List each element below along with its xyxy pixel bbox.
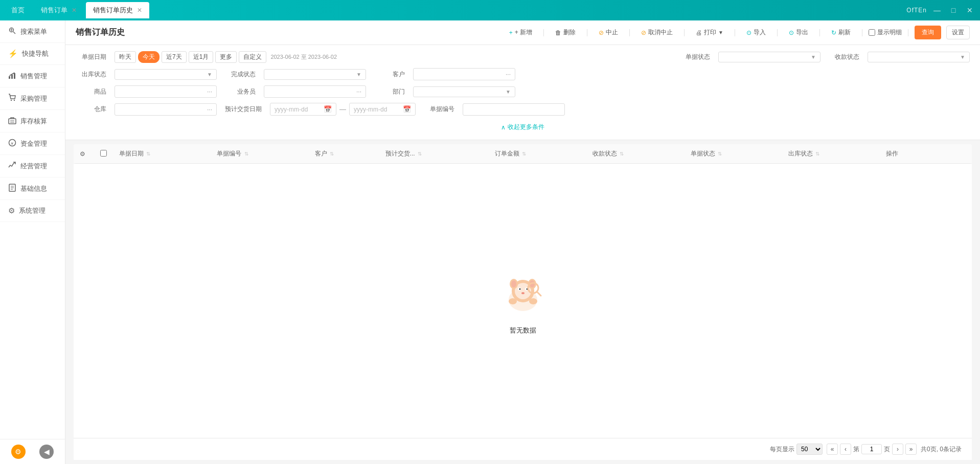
voucher-status-arrow-icon: ▼ — [811, 54, 816, 60]
sidebar-item-finance[interactable]: ¥ 资金管理 — [0, 132, 65, 155]
settings-btn[interactable]: 设置 — [946, 26, 970, 39]
date-btn-yesterday[interactable]: 昨天 — [115, 51, 136, 63]
sidebar-item-purchase-mgmt[interactable]: 采购管理 — [0, 87, 65, 110]
tab-sales-order-history[interactable]: 销售订单历史 ✕ — [86, 2, 149, 18]
collapse-btn[interactable]: ∧ 收起更多条件 — [501, 121, 544, 134]
sidebar-item-sys-mgmt[interactable]: ⚙ 系统管理 — [0, 200, 65, 222]
tab-sales-order[interactable]: 销售订单 ✕ — [34, 2, 84, 18]
next-page-btn[interactable]: › — [892, 444, 903, 455]
page-header: 销售订单历史 + + 新增 🗑 删除 ⊘ 中止 ⊘ — [65, 20, 980, 45]
svg-point-27 — [519, 289, 520, 290]
voucher-date-label: 单据日期 — [76, 53, 106, 61]
collapse-sidebar-btn[interactable]: ◀ — [39, 445, 54, 459]
tab-home[interactable]: 首页 — [4, 2, 32, 18]
total-records-text: 共0页, 0条记录 — [921, 445, 962, 454]
prev-page-btn[interactable]: ‹ — [840, 444, 851, 455]
sidebar-item-inventory-label: 库存核算 — [20, 117, 47, 126]
dept-label: 部门 — [374, 87, 405, 96]
maximize-btn[interactable]: □ — [947, 4, 960, 16]
date-btn-custom[interactable]: 自定义 — [239, 51, 266, 63]
th-out-status[interactable]: 出库状态 ⇅ — [782, 144, 880, 164]
show-detail-checkbox-label[interactable]: 显示明细 — [869, 28, 902, 37]
th-receipt-status[interactable]: 收款状态 ⇅ — [586, 144, 684, 164]
salesperson-input[interactable]: ··· — [264, 85, 366, 98]
close-window-btn[interactable]: ✕ — [964, 4, 976, 16]
divider-5 — [735, 29, 735, 36]
th-settings[interactable]: ⚙ — [74, 144, 94, 164]
first-page-btn[interactable]: « — [827, 444, 838, 455]
date-btn-1month[interactable]: 近1月 — [189, 51, 214, 63]
th-customer[interactable]: 客户 ⇅ — [309, 144, 379, 164]
delivery-date-start[interactable]: yyyy-mm-dd 📅 — [270, 103, 336, 116]
svg-rect-5 — [11, 75, 13, 79]
export-label: 导出 — [796, 28, 808, 37]
sidebar-item-search-menu[interactable]: 搜索菜单 — [0, 20, 65, 43]
tab-sales-order-history-close[interactable]: ✕ — [137, 7, 142, 14]
product-input[interactable]: ··· — [115, 85, 217, 98]
sidebar-item-purchase-mgmt-label: 采购管理 — [20, 94, 47, 103]
basic-info-icon — [8, 184, 16, 193]
th-delivery-date[interactable]: 预计交货... ⇅ — [379, 144, 489, 164]
tab-sales-order-close[interactable]: ✕ — [72, 7, 77, 14]
divider-9 — [908, 29, 908, 36]
minimize-btn[interactable]: — — [931, 4, 943, 16]
page-jump-label: 第 — [853, 445, 859, 454]
delete-btn[interactable]: 🗑 删除 — [550, 26, 581, 39]
stop-btn[interactable]: ⊘ 中止 — [594, 26, 623, 39]
divider-6 — [777, 29, 778, 36]
page-title: 销售订单历史 — [76, 27, 125, 38]
th-checkbox[interactable] — [94, 144, 113, 164]
settings-label: 设置 — [952, 28, 964, 37]
voucher-status-select[interactable]: ▼ — [718, 52, 821, 62]
import-btn[interactable]: ⊙ 导入 — [741, 26, 771, 39]
delivery-date-end-placeholder: yyyy-mm-dd — [354, 106, 387, 113]
receipt-status-select[interactable]: ▼ — [868, 52, 970, 62]
voucher-no-input[interactable] — [463, 103, 565, 116]
sidebar-item-basic-info[interactable]: 基础信息 — [0, 178, 65, 200]
sidebar-item-sys-mgmt-label: 系统管理 — [19, 206, 45, 215]
show-detail-checkbox[interactable] — [869, 29, 875, 36]
settings-gear-icon[interactable]: ⚙ — [80, 150, 85, 158]
sidebar-bottom: ⚙ ◀ — [0, 439, 65, 464]
export-btn[interactable]: ⊙ 导出 — [784, 26, 813, 39]
tab-home-label: 首页 — [11, 6, 25, 15]
per-page-label: 每页显示 — [770, 445, 794, 454]
sidebar-item-sales-mgmt[interactable]: 销售管理 — [0, 65, 65, 87]
delivery-date-end[interactable]: yyyy-mm-dd 📅 — [349, 103, 416, 116]
sidebar-item-operations[interactable]: 经营管理 — [0, 155, 65, 178]
th-voucher-status[interactable]: 单据状态 ⇅ — [685, 144, 782, 164]
stop-label: 中止 — [606, 28, 618, 37]
date-btn-7days[interactable]: 近7天 — [162, 51, 187, 63]
warehouse-input[interactable]: ··· — [115, 103, 217, 116]
new-btn[interactable]: + + 新增 — [504, 26, 537, 39]
last-page-btn[interactable]: » — [905, 444, 917, 455]
date-btn-more[interactable]: 更多 — [215, 51, 237, 63]
svg-rect-9 — [9, 119, 16, 124]
query-btn[interactable]: 查询 — [915, 26, 941, 39]
receipt-status-sort-icon: ⇅ — [620, 151, 624, 157]
sidebar-item-quick-nav[interactable]: ⚡ 快捷导航 — [0, 43, 65, 65]
page-input[interactable] — [861, 444, 882, 454]
customer-input[interactable]: ··· — [413, 68, 515, 80]
th-voucher-no[interactable]: 单据编号 ⇅ — [211, 144, 308, 164]
delivery-date-dash: — — [339, 105, 346, 113]
cancel-stop-btn[interactable]: ⊘ 取消中止 — [636, 26, 678, 39]
print-btn[interactable]: 🖨 打印 ▼ — [691, 26, 728, 39]
delivery-date-end-cal-icon: 📅 — [403, 105, 411, 113]
tab-sales-order-label: 销售订单 — [41, 6, 67, 15]
date-btn-today[interactable]: 今天 — [138, 51, 159, 63]
voucher-no-sort-icon: ⇅ — [244, 151, 248, 157]
settings-bottom-icon[interactable]: ⚙ — [11, 445, 26, 459]
select-all-checkbox[interactable] — [100, 150, 107, 157]
sidebar-item-inventory[interactable]: 库存核算 — [0, 110, 65, 132]
receipt-status-label: 收款状态 — [829, 53, 859, 61]
new-icon: + — [509, 29, 513, 36]
per-page-dropdown[interactable]: 10 20 50 100 — [796, 444, 823, 455]
finance-icon: ¥ — [8, 139, 16, 148]
th-voucher-date[interactable]: 单据日期 ⇅ — [113, 144, 211, 164]
th-order-amount[interactable]: 订单金额 ⇅ — [489, 144, 586, 164]
refresh-btn[interactable]: ↻ 刷新 — [826, 26, 856, 39]
complete-status-select[interactable]: ▼ — [264, 69, 366, 80]
dept-select[interactable]: ▼ — [413, 86, 515, 97]
out-status-select[interactable]: ▼ — [115, 69, 217, 80]
